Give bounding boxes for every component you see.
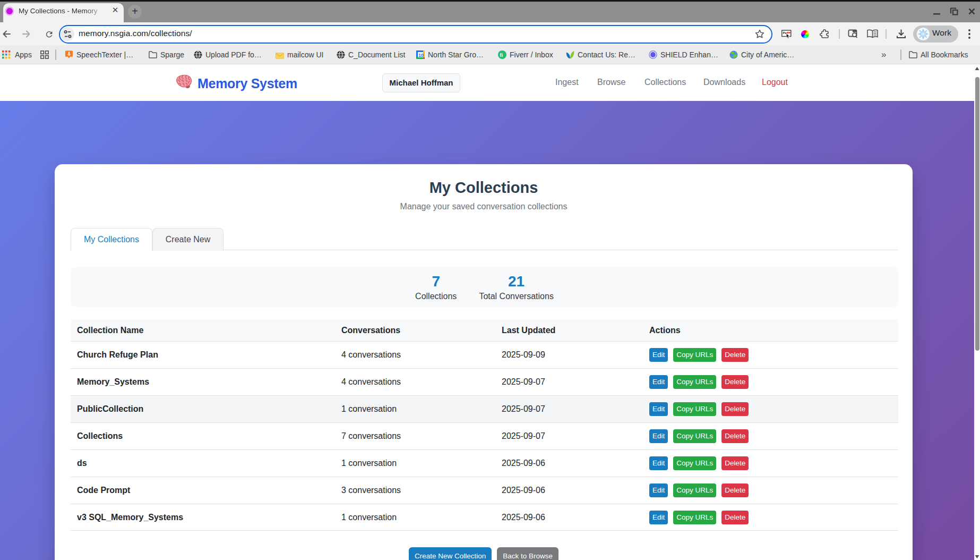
svg-text:fi: fi	[500, 52, 503, 58]
svg-text:10: 10	[418, 53, 424, 58]
